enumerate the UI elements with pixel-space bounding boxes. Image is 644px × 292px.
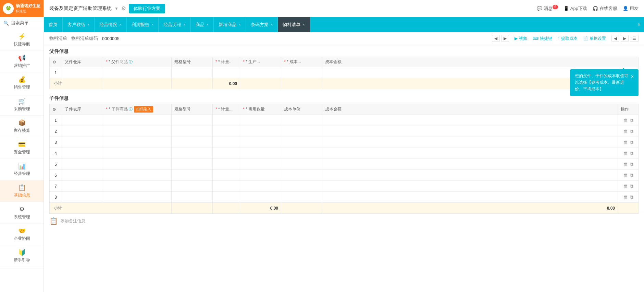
child-qty-needed-cell[interactable] (240, 170, 281, 181)
pager-prev[interactable]: ◀ (492, 35, 500, 42)
child-qty-cell[interactable] (213, 137, 240, 148)
global-close-icon[interactable]: × (637, 22, 641, 28)
trial-button[interactable]: 体验行业方案 (129, 4, 165, 13)
tab-profit-close[interactable]: × (151, 23, 153, 27)
single-settings-action[interactable]: 📄 单据设置 (583, 36, 606, 42)
child-product-cell[interactable] (103, 126, 172, 137)
parent-product-cell[interactable] (103, 67, 172, 78)
child-warehouse-cell[interactable] (62, 159, 103, 170)
child-spec-cell[interactable] (172, 159, 213, 170)
child-qty-cell[interactable] (213, 192, 240, 203)
copy-icon[interactable]: ⧉ (630, 183, 633, 189)
child-spec-cell[interactable] (172, 148, 213, 159)
child-spec-cell[interactable] (172, 181, 213, 192)
child-qty-needed-cell[interactable] (240, 126, 281, 137)
copy-icon[interactable]: ⧉ (630, 128, 633, 134)
child-qty-cell[interactable] (213, 148, 240, 159)
sidebar-item-operations[interactable]: 📊 经营管理 (0, 159, 44, 180)
tab-barcode-close[interactable]: × (271, 23, 273, 27)
system-dropdown-arrow[interactable]: ▼ (114, 6, 119, 11)
pager2-prev[interactable]: ◀ (611, 35, 619, 42)
child-warehouse-cell[interactable] (62, 192, 103, 203)
message-action[interactable]: 💬 消息 6 (537, 5, 558, 12)
child-warehouse-cell[interactable] (62, 137, 103, 148)
sidebar-item-guide[interactable]: 🔰 新手引导 (0, 245, 44, 267)
child-warehouse-cell[interactable] (62, 181, 103, 192)
tab-home[interactable]: 首页 (44, 17, 63, 32)
online-service-action[interactable]: 🎧 在线客服 (593, 5, 617, 12)
copy-icon[interactable]: ⧉ (630, 172, 633, 178)
child-warehouse-cell[interactable] (62, 148, 103, 159)
child-cost-unit-cell[interactable] (281, 159, 322, 170)
delete-icon[interactable]: 🗑 (623, 128, 628, 134)
child-cost-amount-cell[interactable] (322, 115, 618, 126)
child-warehouse-cell[interactable] (62, 170, 103, 181)
child-cost-amount-cell[interactable] (322, 137, 618, 148)
child-cost-amount-cell[interactable] (322, 159, 618, 170)
child-product-cell[interactable] (103, 181, 172, 192)
tab-bom-close[interactable]: × (302, 23, 305, 27)
child-qty-cell[interactable] (213, 170, 240, 181)
child-spec-cell[interactable] (172, 170, 213, 181)
child-qty-needed-cell[interactable] (240, 159, 281, 170)
child-qty-needed-cell[interactable] (240, 137, 281, 148)
parent-cost-cell[interactable] (281, 67, 322, 78)
child-spec-cell[interactable] (172, 126, 213, 137)
child-cost-amount-cell[interactable] (322, 148, 618, 159)
parent-spec-cell[interactable] (172, 67, 213, 78)
delete-icon[interactable]: 🗑 (623, 161, 628, 167)
child-cost-amount-cell[interactable] (322, 181, 618, 192)
child-warehouse-cell[interactable] (62, 126, 103, 137)
child-cost-unit-cell[interactable] (281, 115, 322, 126)
search-menu[interactable]: 🔍 搜索菜单 (0, 17, 44, 29)
tab-operations-close[interactable]: × (119, 23, 121, 27)
parent-qty-cell[interactable] (213, 67, 240, 78)
child-cost-unit-cell[interactable] (281, 137, 322, 148)
tooltip-close-btn[interactable]: × (631, 73, 634, 80)
child-qty-needed-cell[interactable] (240, 192, 281, 203)
child-product-cell[interactable] (103, 159, 172, 170)
child-cost-amount-cell[interactable] (322, 126, 618, 137)
tab-customers[interactable]: 客户联络 × (63, 17, 95, 32)
delete-icon[interactable]: 🗑 (623, 139, 628, 145)
app-download-action[interactable]: 📱 App下载 (564, 5, 587, 12)
parent-production-cell[interactable] (240, 67, 281, 78)
sidebar-item-inventory[interactable]: 📦 库存核算 (0, 116, 44, 137)
child-cost-amount-cell[interactable] (322, 192, 618, 203)
copy-icon[interactable]: ⧉ (630, 139, 633, 145)
tab-history-close[interactable]: × (183, 23, 185, 27)
settings-icon[interactable]: ⚙ (121, 5, 126, 12)
delete-icon[interactable]: 🗑 (623, 150, 628, 156)
child-qty-cell[interactable] (213, 181, 240, 192)
child-qty-cell[interactable] (213, 159, 240, 170)
delete-icon[interactable]: 🗑 (623, 172, 628, 178)
extract-cost-action[interactable]: ↑ 提取成本 (558, 36, 578, 42)
view-action[interactable]: ▶ 视频 (515, 36, 527, 42)
copy-icon[interactable]: ⧉ (630, 194, 633, 200)
pager-next[interactable]: ▶ (501, 35, 509, 42)
scan-button[interactable]: 扫码录入 (134, 106, 153, 113)
child-cost-amount-cell[interactable] (322, 170, 618, 181)
child-cost-unit-cell[interactable] (281, 126, 322, 137)
parent-warehouse-cell[interactable] (62, 67, 103, 78)
sidebar-item-cooperation[interactable]: 🤝 企业协同 (0, 224, 44, 245)
tab-barcode[interactable]: 条码方案 × (246, 17, 278, 32)
child-product-cell[interactable] (103, 137, 172, 148)
child-product-cell[interactable] (103, 192, 172, 203)
copy-icon[interactable]: ⧉ (630, 117, 633, 123)
shortcut-action[interactable]: ⌨ 快捷键 (533, 36, 552, 42)
tab-products[interactable]: 商品 × (191, 17, 214, 32)
child-product-cell[interactable] (103, 115, 172, 126)
copy-icon[interactable]: ⧉ (630, 161, 633, 167)
sidebar-item-marketing[interactable]: 📢 营销推广 (0, 51, 44, 72)
sidebar-item-quick-nav[interactable]: ⚡ 快捷导航 (0, 29, 44, 51)
child-cost-unit-cell[interactable] (281, 181, 322, 192)
child-cost-unit-cell[interactable] (281, 148, 322, 159)
tab-customers-close[interactable]: × (87, 23, 89, 27)
child-product-cell[interactable] (103, 148, 172, 159)
child-qty-cell[interactable] (213, 126, 240, 137)
child-qty-needed-cell[interactable] (240, 181, 281, 192)
child-qty-cell[interactable] (213, 115, 240, 126)
sidebar-item-finance[interactable]: 💳 资金管理 (0, 137, 44, 159)
tab-new-products-close[interactable]: × (238, 23, 240, 27)
